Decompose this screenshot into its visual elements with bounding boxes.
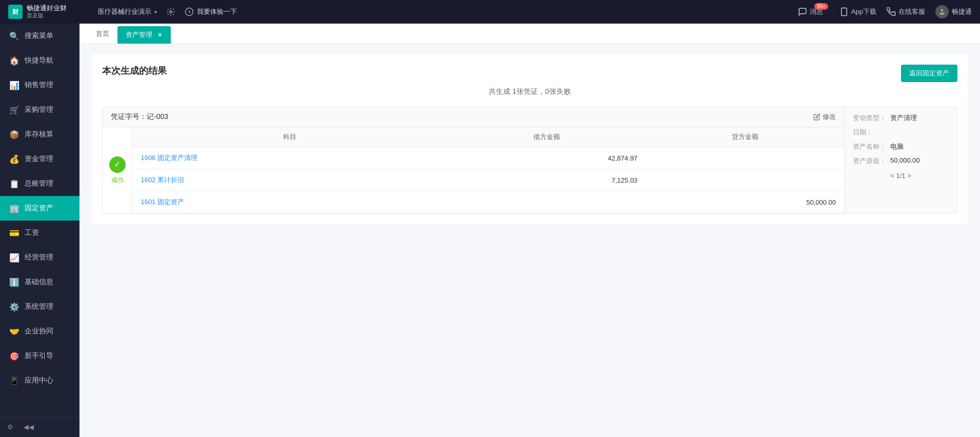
basic-info-icon: ℹ️: [9, 277, 19, 287]
asset-original-value: 50,000.00: [890, 156, 920, 166]
top-header: 财 畅捷通好业财 普及版 医疗器械行业演示 ▾ 我要体验一下 消息: [0, 0, 980, 24]
avatar: [935, 5, 949, 18]
asset-original-label: 资产原值：: [853, 156, 886, 166]
row0-debit: 42,874.97: [447, 147, 646, 169]
prev-page-icon[interactable]: <: [890, 172, 894, 180]
sidebar-item-fixed-assets[interactable]: 🏢 固定资产: [0, 196, 79, 221]
col-header-subject: 科目: [132, 127, 447, 147]
edit-label: 修改: [823, 112, 836, 122]
page-indicator: 1/1: [896, 172, 907, 180]
user-area[interactable]: 畅捷通: [935, 5, 972, 18]
cooperation-icon: 🤝: [9, 326, 19, 336]
sidebar-item-label: 经营管理: [25, 253, 53, 262]
row1-credit: [646, 169, 844, 191]
sidebar-item-label: 企业协同: [25, 327, 53, 336]
messages-badge: 99+: [814, 3, 828, 10]
sidebar-item-ledger[interactable]: 📋 总账管理: [0, 171, 79, 196]
messages-action[interactable]: 消息 99+: [798, 7, 823, 16]
logo-area: 财 畅捷通好业财 普及版: [8, 4, 88, 20]
status-cell: ✓ 成功: [103, 127, 132, 213]
date-row: 日期：: [853, 128, 949, 137]
sidebar-item-search[interactable]: 🔍 搜索菜单: [0, 24, 79, 48]
sidebar-item-purchase[interactable]: 🛒 采购管理: [0, 97, 79, 122]
voucher-table: 科目 借方金额 贷方金额 1606 固定资产清理 42,874.97: [132, 127, 844, 213]
funds-icon: 💰: [9, 154, 19, 164]
svg-point-0: [170, 11, 172, 13]
sidebar-item-label: 销售管理: [25, 81, 53, 90]
tab-close-icon[interactable]: ✕: [157, 31, 163, 38]
success-text: 成功: [111, 176, 124, 185]
row1-debit: 7,125.03: [447, 169, 646, 191]
sidebar: 🔍 搜索菜单 🏠 快捷导航 📊 销售管理 🛒 采购管理 📦 库存核: [0, 24, 79, 437]
asset-name-value: 电脑: [890, 142, 904, 151]
sidebar-bottom[interactable]: ⚙ ◀◀: [0, 416, 79, 437]
success-icon: ✓: [109, 156, 126, 173]
inventory-icon: 📦: [9, 129, 19, 140]
svg-rect-2: [842, 8, 847, 16]
sidebar-item-label: 采购管理: [25, 105, 53, 114]
row2-debit: [447, 191, 646, 213]
sidebar-item-sales[interactable]: 📊 销售管理: [0, 73, 79, 97]
sidebar-collapse-icon[interactable]: ◀◀: [24, 423, 34, 431]
sidebar-item-inventory[interactable]: 📦 库存核算: [0, 122, 79, 147]
table-row: 1606 固定资产清理 42,874.97: [132, 147, 844, 169]
settings-icon-btn[interactable]: [163, 4, 178, 19]
return-fixed-assets-button[interactable]: 返回固定资产: [901, 65, 957, 82]
sidebar-item-label: 快捷导航: [25, 56, 53, 65]
row2-subject: 1601 固定资产: [132, 191, 447, 213]
right-panel: 变动类型： 资产清理 日期： 资产名称： 电脑 资产原值：: [844, 107, 957, 213]
company-selector[interactable]: 医疗器械行业演示 ▾: [98, 7, 157, 16]
apps-icon: 📱: [9, 375, 19, 386]
row2-credit: 50,000.00: [646, 191, 844, 213]
online-service-label: 在线客服: [898, 7, 925, 16]
voucher-header: 凭证字号：记-003 修改: [103, 107, 844, 127]
company-name: 医疗器械行业演示: [98, 7, 151, 16]
tab-asset-management[interactable]: 资产管理 ✕: [117, 26, 171, 44]
app-download-action[interactable]: App下载: [839, 7, 876, 16]
result-summary: 共生成 1张凭证，0张失败: [102, 87, 957, 96]
check-icon: ✓: [114, 160, 121, 169]
sidebar-item-apps[interactable]: 📱 应用中心: [0, 368, 79, 393]
asset-original-row: 资产原值： 50,000.00: [853, 156, 949, 166]
table-with-status: ✓ 成功 科目 借方金额 贷方金额: [103, 127, 844, 213]
page-title: 本次生成的结果: [102, 65, 957, 77]
app-download-label: App下载: [851, 7, 876, 16]
sidebar-item-label: 应用中心: [25, 376, 53, 385]
sidebar-item-guide[interactable]: 🎯 新手引导: [0, 344, 79, 368]
change-type-value: 资产清理: [890, 113, 917, 123]
col-header-credit: 贷方金额: [646, 127, 844, 147]
asset-name-row: 资产名称： 电脑: [853, 142, 949, 151]
voucher-main: 凭证字号：记-003 修改: [103, 107, 844, 213]
edit-button[interactable]: 修改: [813, 112, 836, 122]
tab-home[interactable]: 首页: [88, 25, 117, 44]
purchase-icon: 🛒: [9, 105, 19, 115]
sidebar-item-cooperation[interactable]: 🤝 企业协同: [0, 319, 79, 344]
operations-icon: 📈: [9, 252, 19, 263]
sidebar-item-funds[interactable]: 💰 资金管理: [0, 147, 79, 171]
row1-subject: 1602 累计折旧: [132, 169, 447, 191]
online-service-action[interactable]: 在线客服: [887, 7, 925, 16]
date-label: 日期：: [853, 128, 873, 137]
next-page-icon[interactable]: >: [907, 172, 911, 180]
chevron-down-icon: ▾: [154, 9, 157, 15]
experience-label: 我要体验一下: [197, 7, 237, 16]
main-layout: 🔍 搜索菜单 🏠 快捷导航 📊 销售管理 🛒 采购管理 📦 库存核: [0, 24, 980, 437]
logo-name: 畅捷通好业财: [27, 4, 67, 12]
sidebar-item-system[interactable]: ⚙️ 系统管理: [0, 294, 79, 319]
sidebar-item-label: 工资: [25, 228, 39, 237]
sidebar-item-label: 库存核算: [25, 130, 53, 139]
pagination[interactable]: < 1/1 >: [853, 172, 949, 180]
change-type-row: 变动类型： 资产清理: [853, 113, 949, 123]
sidebar-settings-icon[interactable]: ⚙: [7, 423, 13, 431]
sidebar-item-basic-info[interactable]: ℹ️ 基础信息: [0, 270, 79, 294]
sidebar-item-operations[interactable]: 📈 经营管理: [0, 245, 79, 270]
logo-edition: 普及版: [27, 12, 67, 19]
payroll-icon: 💳: [9, 228, 19, 238]
sidebar-item-payroll[interactable]: 💳 工资: [0, 221, 79, 245]
experience-button[interactable]: 我要体验一下: [185, 7, 237, 16]
sidebar-item-label: 新手引导: [25, 351, 53, 361]
sidebar-item-label: 搜索菜单: [25, 31, 53, 41]
sidebar-item-quick-nav[interactable]: 🏠 快捷导航: [0, 48, 79, 73]
home-icon: 🏠: [9, 55, 19, 66]
svg-point-4: [941, 9, 944, 12]
